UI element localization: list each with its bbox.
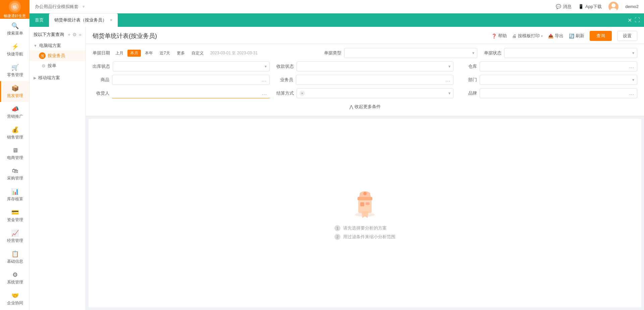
- inventory-icon: 📊: [11, 188, 19, 195]
- sidebar-item-sales[interactable]: 💰 销售管理: [0, 123, 29, 144]
- filter-item-brand: 品牌 …: [460, 88, 637, 98]
- sidebar-item-enterprise[interactable]: 🤝 企业协同: [0, 289, 29, 309]
- sidebar-item-marketing[interactable]: 📣 营销推广: [0, 102, 29, 123]
- sidebar-item-quicknav[interactable]: ⚡ 快捷导航: [0, 40, 29, 60]
- out-status-control[interactable]: ▾: [113, 61, 270, 71]
- date-btn-custom[interactable]: 自定义: [189, 50, 206, 57]
- settings-btn[interactable]: 设置: [617, 31, 637, 41]
- tab-close-window-btn[interactable]: ✕: [628, 17, 632, 23]
- filter-row-1: 单据日期 上月 本月 本年 近7天 更多 自定义 2023-03-01 至 20…: [93, 48, 637, 58]
- sidebar-item-finance[interactable]: 💳 资金管理: [0, 205, 29, 226]
- department-arrow: ▾: [632, 78, 634, 82]
- template-print-btn[interactable]: 🖨 按模板打印 ▾: [512, 33, 543, 39]
- app-download-label: App下载: [585, 4, 602, 10]
- warehouse-control[interactable]: …: [480, 61, 637, 71]
- settlement-clear[interactable]: ×: [300, 91, 305, 96]
- svg-rect-8: [360, 202, 364, 206]
- sidebar-item-basic[interactable]: 📋 基础信息: [0, 247, 29, 268]
- sidebar-item-system[interactable]: ⚙ 系统管理: [0, 268, 29, 289]
- sidebar-item-retail[interactable]: 🛒 零售管理: [0, 60, 29, 81]
- sidebar-logo[interactable]: 畅 畅捷通好生意: [0, 0, 30, 19]
- page-title-bar: 销货单统计表(按业务员) ❓ 帮助 🖨 按模板打印 ▾ 📤 导出: [86, 27, 644, 44]
- goods-label: 商品: [93, 77, 109, 83]
- help-label: 帮助: [498, 33, 507, 39]
- user-avatar[interactable]: [608, 2, 619, 12]
- salesperson-dots[interactable]: …: [445, 77, 450, 83]
- goods-dots[interactable]: …: [261, 77, 267, 83]
- sidebar-item-label: 快捷导航: [7, 51, 23, 57]
- tab-active[interactable]: 销货单统计表（按业务员） ×: [49, 13, 118, 27]
- sidebar-item-label: 经营管理: [7, 238, 23, 244]
- salesperson-control[interactable]: …: [296, 75, 453, 85]
- sidebar-item-operation[interactable]: 📈 经营管理: [0, 226, 29, 247]
- help-btn[interactable]: ❓ 帮助: [491, 33, 507, 39]
- message-action[interactable]: 💬 消息: [556, 4, 572, 10]
- app-download-action[interactable]: 📱 App下载: [578, 4, 602, 10]
- sales-icon: 💰: [11, 126, 19, 134]
- brand-control[interactable]: …: [480, 88, 637, 98]
- sidebar-item-inventory[interactable]: 📊 库存核算: [0, 185, 29, 205]
- top-header: 办公用品行业模拟账套 ▾ 💬 消息 📱 App下载 demo2: [30, 0, 644, 13]
- department-control[interactable]: ▾: [480, 75, 637, 85]
- breadcrumb-text: 办公用品行业模拟账套: [35, 4, 78, 10]
- scheme-collapse-icon[interactable]: «: [79, 32, 82, 37]
- sidebar: 畅 畅捷通好生意 🔍 搜索菜单 ⚡ 快捷导航 🛒 零售管理 📦 批发管理 📣 营…: [0, 0, 30, 310]
- consignee-label: 收货人: [93, 90, 109, 96]
- print-arrow: ▾: [541, 34, 543, 38]
- collapse-btn[interactable]: ⋀ 收起更多条件: [93, 102, 637, 112]
- help-icon: ❓: [491, 34, 497, 39]
- hint-text-2: 用过滤条件来缩小分析范围: [343, 234, 395, 240]
- hint-num-2: 2: [334, 234, 340, 240]
- add-scheme-btn[interactable]: +: [68, 32, 70, 37]
- date-btn-last-7days[interactable]: 近7天: [157, 50, 173, 57]
- sidebar-item-label: 营销推广: [7, 114, 23, 119]
- export-icon: 📤: [548, 34, 553, 39]
- doc-status-label: 单据状态: [484, 50, 501, 56]
- sidebar-item-search[interactable]: 🔍 搜索菜单: [0, 19, 29, 40]
- scheme-group-desktop-title[interactable]: ▼ 电脑端方案: [30, 41, 86, 50]
- sidebar-item-wholesale[interactable]: 📦 批发管理: [0, 81, 29, 102]
- consignee-dots[interactable]: …: [262, 90, 267, 96]
- export-label: 导出: [555, 33, 564, 39]
- department-label: 部门: [460, 77, 477, 83]
- filter-item-date: 单据日期 上月 本月 本年 近7天 更多 自定义 2023-03-01 至 20…: [93, 50, 317, 57]
- sidebar-item-ecommerce[interactable]: 🖥 电商管理: [0, 144, 29, 164]
- left-panel: 按以下方案查询 + ⚙ « ▼ 电脑端方案 按 按业务员 ⚙ 按单: [30, 27, 86, 310]
- payment-status-control[interactable]: ▾: [297, 61, 453, 71]
- content-area: 按以下方案查询 + ⚙ « ▼ 电脑端方案 按 按业务员 ⚙ 按单: [30, 27, 644, 310]
- tab-close-icon[interactable]: ×: [110, 18, 112, 22]
- brand-dots[interactable]: …: [629, 90, 634, 96]
- date-btn-this-year[interactable]: 本年: [142, 50, 156, 57]
- scheme-group-mobile-title[interactable]: ▶ 移动端方案: [30, 73, 86, 83]
- scheme-item-by-doc[interactable]: ⚙ 按单: [30, 61, 86, 70]
- settlement-control[interactable]: × ▾: [297, 88, 453, 98]
- logo-icon: 畅: [9, 1, 21, 13]
- refresh-btn[interactable]: 🔄 刷新: [569, 33, 584, 39]
- date-btn-this-month[interactable]: 本月: [127, 50, 141, 57]
- warehouse-dots[interactable]: …: [629, 63, 634, 69]
- date-btn-last-month[interactable]: 上月: [113, 50, 126, 57]
- brand-label: 品牌: [460, 90, 477, 96]
- filter-item-goods: 商品 …: [93, 75, 270, 85]
- goods-control[interactable]: …: [112, 75, 270, 85]
- scheme-item-by-salesperson[interactable]: 按 按业务员: [30, 50, 86, 61]
- export-btn[interactable]: 📤 导出: [548, 33, 564, 39]
- date-btn-more[interactable]: 更多: [174, 50, 187, 57]
- consignee-control[interactable]: …: [112, 88, 270, 98]
- system-icon: ⚙: [12, 271, 18, 278]
- scheme-settings-icon[interactable]: ⚙: [72, 32, 77, 37]
- sidebar-item-label: 基础信息: [7, 259, 23, 264]
- basic-icon: 📋: [11, 250, 19, 258]
- group-label: 电脑端方案: [39, 43, 61, 49]
- filter-row-2: 出库状态 ▾ 收款状态 ▾ 仓库: [93, 61, 637, 71]
- tab-active-label: 销货单统计表（按业务员）: [54, 17, 107, 23]
- sidebar-item-purchase[interactable]: 🛍 采购管理: [0, 164, 29, 185]
- filter-item-salesperson: 业务员 …: [276, 75, 453, 85]
- filter-item-doc-status: 单据状态 ▾: [484, 48, 637, 58]
- finance-icon: 💳: [11, 209, 19, 216]
- doc-type-control[interactable]: ▾: [344, 48, 477, 58]
- query-btn[interactable]: 查询: [590, 31, 612, 41]
- tab-maximize-btn[interactable]: ⛶: [635, 17, 640, 23]
- doc-status-control[interactable]: ▾: [504, 48, 637, 58]
- tab-home[interactable]: 首页: [30, 13, 49, 27]
